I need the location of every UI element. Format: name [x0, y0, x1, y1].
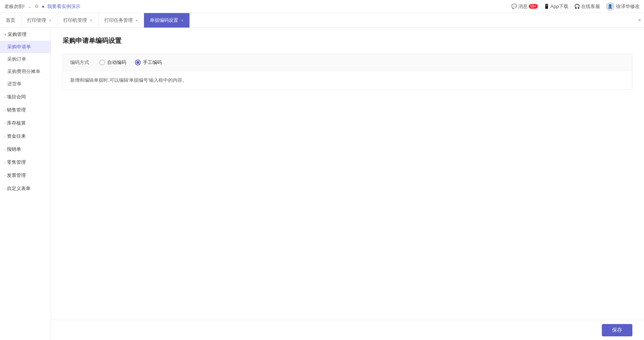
user-name-label: 徐泽华修改 — [616, 3, 640, 10]
content-area: 采购申请单编码设置 编码方式 自动编码 手工编码 — [51, 28, 644, 340]
sidebar-group-inventory: › 库存核算 — [0, 116, 51, 129]
sidebar-item-purchase-expense[interactable]: 采购费用分摊单 — [0, 65, 51, 78]
arrow-right-icon-3: › — [4, 121, 5, 125]
chevron-down-icon[interactable]: ⌄ — [28, 4, 32, 9]
tab-home[interactable]: 首页 — [0, 13, 21, 28]
online-service-button[interactable]: 🎧 在线客服 — [574, 3, 600, 10]
sidebar-item-purchase-request[interactable]: 采购申请单 — [0, 41, 51, 53]
settings-panel: 编码方式 自动编码 手工编码 新增和编辑单据时,可以编辑'单据编号'输入框中的内… — [63, 54, 632, 90]
sidebar-group-invoice-label: 发票管理 — [7, 172, 26, 179]
sidebar-group-purchase-title[interactable]: ▾ 采购管理 — [0, 28, 51, 41]
online-service-label: 在线客服 — [581, 3, 600, 10]
tab-print-management-close[interactable]: × — [49, 18, 51, 23]
top-bar: 老板勿割! ⌄ ⚙ ● 我要看实例演示 💬 消息 99+ 📱 App下载 🎧 在… — [0, 0, 644, 13]
bottom-bar: 保存 — [51, 320, 644, 340]
tab-code-settings-label: 单据编码设置 — [150, 17, 178, 24]
manual-code-label: 手工编码 — [143, 59, 162, 66]
announcement-text[interactable]: 我要看实例演示 — [47, 3, 80, 10]
top-bar-right: 💬 消息 99+ 📱 App下载 🎧 在线客服 👤 徐泽华修改 — [511, 2, 640, 11]
sidebar-group-inventory-title[interactable]: › 库存核算 — [0, 116, 51, 129]
auto-code-label: 自动编码 — [107, 59, 126, 66]
sidebar: ▾ 采购管理 采购申请单 采购订单 采购费用分摊单 进货单 › 项目合同 — [0, 28, 51, 340]
sidebar-group-purchase-label: 采购管理 — [8, 31, 27, 38]
sidebar-group-project: › 项目合同 — [0, 90, 51, 103]
top-bar-left: 老板勿割! ⌄ ⚙ ● 我要看实例演示 — [4, 3, 80, 10]
headset-icon: 🎧 — [574, 4, 580, 9]
arrow-down-icon: ▾ — [4, 33, 6, 37]
arrow-right-icon-5: › — [4, 147, 5, 151]
gear-icon[interactable]: ⚙ — [35, 4, 39, 9]
auto-code-radio-circle — [99, 60, 105, 65]
sidebar-group-retail-title[interactable]: › 零售管理 — [0, 155, 51, 169]
sidebar-group-custom-form-title[interactable]: › 自定义表单 — [0, 182, 51, 195]
code-method-row: 编码方式 自动编码 手工编码 — [63, 54, 632, 71]
main-layout: ▾ 采购管理 采购申请单 采购订单 采购费用分摊单 进货单 › 项目合同 — [0, 28, 644, 340]
save-button[interactable]: 保存 — [602, 324, 632, 336]
sidebar-group-retail-label: 零售管理 — [7, 159, 26, 166]
arrow-right-icon-7: › — [4, 174, 5, 178]
sidebar-group-reimbursement-label: 报销单 — [7, 146, 21, 153]
tab-bar: 首页 打印管理 × 打印机管理 × 打印任务管理 × 单据编码设置 × × — [0, 13, 644, 28]
manual-code-radio-circle — [135, 60, 141, 65]
sidebar-item-goods-receipt[interactable]: 进货单 — [0, 78, 51, 90]
arrow-right-icon-6: › — [4, 161, 5, 165]
sidebar-group-finance-label: 资金往来 — [7, 133, 26, 139]
sidebar-group-reimbursement-title[interactable]: › 报销单 — [0, 142, 51, 155]
arrow-right-icon-1: › — [4, 95, 5, 99]
sidebar-group-project-title[interactable]: › 项目合同 — [0, 90, 51, 103]
tab-printer-management-label: 打印机管理 — [63, 17, 87, 24]
sidebar-group-finance-title[interactable]: › 资金往来 — [0, 129, 51, 142]
sidebar-group-inventory-label: 库存核算 — [7, 120, 26, 126]
message-badge: 99+ — [529, 4, 538, 9]
sidebar-group-finance: › 资金往来 — [0, 129, 51, 142]
sidebar-group-custom-form: › 自定义表单 — [0, 182, 51, 195]
sidebar-group-custom-form-label: 自定义表单 — [7, 185, 31, 192]
arrow-right-icon-2: › — [4, 108, 5, 112]
auto-code-radio[interactable]: 自动编码 — [99, 59, 126, 66]
hint-text: 新增和编辑单据时,可以编辑'单据编号'输入框中的内容。 — [63, 71, 632, 89]
sidebar-group-project-label: 项目合同 — [7, 94, 26, 100]
message-button[interactable]: 💬 消息 99+ — [511, 3, 538, 10]
sidebar-group-retail: › 零售管理 — [0, 155, 51, 169]
tab-code-settings[interactable]: 单据编码设置 × — [144, 13, 189, 28]
tab-home-label: 首页 — [6, 17, 15, 24]
tab-code-settings-close[interactable]: × — [181, 18, 183, 23]
sidebar-group-sales-title[interactable]: › 销售管理 — [0, 103, 51, 116]
sidebar-group-reimbursement: › 报销单 — [0, 142, 51, 155]
user-avatar[interactable]: 👤 徐泽华修改 — [606, 2, 640, 11]
app-download-button[interactable]: 📱 App下载 — [544, 3, 568, 10]
sidebar-group-invoice-title[interactable]: › 发票管理 — [0, 169, 51, 182]
sidebar-group-invoice: › 发票管理 — [0, 169, 51, 182]
announcement-icon: ● — [42, 4, 45, 9]
message-icon: 💬 — [511, 4, 517, 9]
arrow-right-icon-8: › — [4, 187, 5, 191]
tab-print-task-management-label: 打印任务管理 — [104, 17, 133, 24]
manual-code-radio[interactable]: 手工编码 — [135, 59, 162, 66]
tab-print-task-management-close[interactable]: × — [136, 18, 138, 23]
page-title: 采购申请单编码设置 — [63, 36, 632, 45]
close-all-tabs-button[interactable]: × — [635, 14, 644, 27]
logo-text: 老板勿割! — [4, 3, 25, 10]
tab-print-task-management[interactable]: 打印任务管理 × — [99, 13, 144, 28]
sidebar-group-purchase: ▾ 采购管理 采购申请单 采购订单 采购费用分摊单 进货单 — [0, 28, 51, 90]
message-label: 消息 — [518, 3, 528, 10]
sidebar-group-sales: › 销售管理 — [0, 103, 51, 116]
code-method-label: 编码方式 — [70, 59, 99, 66]
content-inner: 采购申请单编码设置 编码方式 自动编码 手工编码 — [51, 28, 644, 320]
tab-printer-management-close[interactable]: × — [90, 18, 92, 23]
radio-group: 自动编码 手工编码 — [99, 59, 162, 66]
tab-print-management[interactable]: 打印管理 × — [21, 13, 57, 28]
avatar-icon: 👤 — [606, 2, 615, 11]
tab-printer-management[interactable]: 打印机管理 × — [57, 13, 98, 28]
tab-print-management-label: 打印管理 — [27, 17, 46, 24]
arrow-right-icon-4: › — [4, 134, 5, 138]
sidebar-group-sales-label: 销售管理 — [7, 107, 26, 113]
sidebar-item-purchase-order[interactable]: 采购订单 — [0, 53, 51, 65]
app-download-label: App下载 — [551, 3, 568, 10]
app-icon: 📱 — [544, 4, 549, 9]
